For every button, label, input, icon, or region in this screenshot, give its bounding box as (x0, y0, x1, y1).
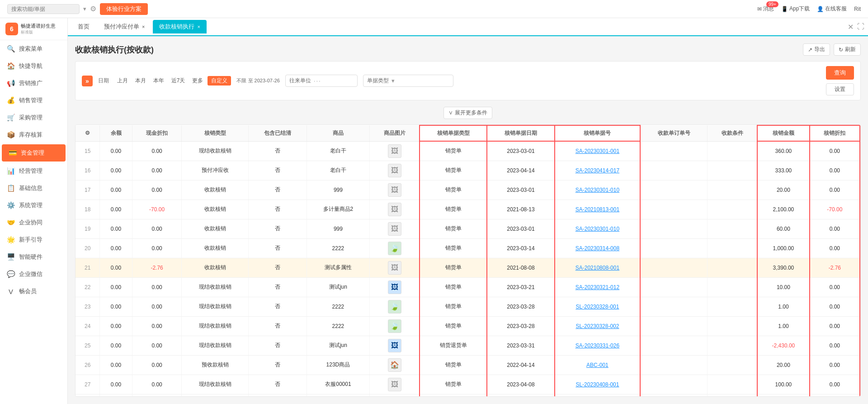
bill-link-22[interactable]: SA-20230321-012 (576, 284, 619, 290)
sidebar-item-sales[interactable]: 💰销售管理 (0, 92, 67, 109)
cell-receipt_order_no-21 (640, 258, 708, 277)
cell-balance-18: 0.00 (100, 200, 132, 219)
sidebar-item-wechat[interactable]: 💬企业微信 (0, 266, 67, 283)
tab-prepay[interactable]: 预付冲应付单× (98, 20, 151, 33)
export-button[interactable]: ↗ 导出 (803, 43, 830, 56)
cell-receipt_condition-26 (708, 355, 757, 375)
search-input[interactable] (7, 4, 80, 14)
product-image: 🖼 (388, 144, 401, 158)
cell-cash_discount-18: -70.00 (132, 200, 182, 219)
cell-verify_bill_date-20: 2023-03-14 (487, 238, 554, 258)
product-image: 🖼 (388, 203, 401, 216)
bill-link-25[interactable]: SA-20230331-026 (576, 342, 619, 349)
sidebar-item-system[interactable]: ⚙️系统管理 (0, 197, 67, 214)
filter-bar: » 日期 上月 本月 本年 近7天 更多 自定义 不限 至 2023-07-26… (75, 61, 861, 100)
user-name[interactable]: Rit (854, 6, 861, 12)
sidebar-item-operations[interactable]: 📊经营管理 (0, 162, 67, 180)
sidebar-item-guide[interactable]: 🌟新手引导 (0, 231, 67, 248)
bill-link-16[interactable]: SA-20230414-017 (576, 167, 619, 174)
cell-cash_discount-15: 0.00 (132, 141, 182, 161)
cell-receipt_order_no-19 (640, 219, 708, 238)
cell-receipt_order_no-16 (640, 161, 708, 180)
bill-link-18[interactable]: SA-20210813-001 (576, 206, 619, 213)
row-settings-icon[interactable]: 17 (85, 187, 90, 193)
cell-goods_img-20: 🍃 (370, 238, 420, 258)
cell-verify_discount-18: -70.00 (810, 200, 860, 219)
row-settings-icon[interactable]: 18 (85, 206, 90, 213)
cell-verify_type-20: 收款核销 (182, 238, 249, 258)
page-content: 收款核销执行(按收款) ↗ 导出 ↻ 刷新 » 日期 上月 (68, 36, 868, 404)
sidebar-item-basic[interactable]: 📋基础信息 (0, 180, 67, 197)
row-settings-icon[interactable]: 19 (85, 226, 90, 232)
sidebar-item-quick-nav[interactable]: 🏠快捷导航 (0, 57, 67, 75)
row-settings-icon[interactable]: 21 (85, 265, 90, 271)
sidebar-item-purchase[interactable]: 🛒采购管理 (0, 109, 67, 126)
cell-verify_bill_type-19: 销货单 (420, 219, 487, 238)
row-settings-icon[interactable]: 23 (85, 304, 90, 310)
cell-verify_discount-15: 0.00 (810, 141, 860, 161)
maximize-button[interactable]: ⛶ (857, 23, 864, 31)
close-window-button[interactable]: ✕ (848, 23, 854, 31)
row-settings-icon[interactable]: 22 (85, 284, 90, 290)
bill-link-20[interactable]: SA-20230314-008 (576, 245, 619, 252)
bill-link-17[interactable]: SA-20230301-010 (576, 187, 619, 193)
bill-link-21[interactable]: SA-20210808-001 (576, 265, 619, 271)
tab-collection[interactable]: 收款核销执行× (153, 20, 206, 33)
row-settings-icon[interactable]: 20 (85, 245, 90, 252)
cell-goods_img-18: 🖼 (370, 200, 420, 219)
last-7days-btn[interactable]: 近7天 (169, 76, 188, 86)
industry-solution-button[interactable]: 体验行业方案 (100, 3, 148, 15)
table-row: 190.000.00收款核销否999🖼销货单2023-03-01SA-20230… (75, 219, 860, 238)
this-month-btn[interactable]: 本月 (132, 76, 149, 86)
bill-type-filter[interactable]: 单据类型 ▾ (363, 75, 453, 87)
guide-icon: 🌟 (6, 236, 15, 244)
cell-verify_bill_date-27: 2023-04-08 (487, 375, 554, 394)
expand-more-button[interactable]: ∨ 展开更多条件 (443, 107, 492, 119)
notification-link[interactable]: ✉ 消息 99+ (757, 5, 774, 13)
online-service-link[interactable]: 👤 在线客服 (817, 5, 847, 13)
gear-icon[interactable]: ⚙ (90, 5, 96, 13)
tab-home[interactable]: 首页 (71, 20, 96, 33)
row-settings-icon[interactable]: 25 (85, 342, 90, 349)
app-download-link[interactable]: 📱 App下载 (781, 5, 810, 13)
bill-link-27[interactable]: SL-20230408-001 (576, 381, 619, 388)
cell-settings-26: 26 (75, 355, 100, 375)
row-settings-icon[interactable]: 26 (85, 362, 90, 368)
custom-date-btn[interactable]: 自定义 (208, 76, 231, 86)
bill-link-26[interactable]: ABC-001 (586, 362, 609, 368)
product-image: 🖼 (388, 378, 401, 391)
settings-button[interactable]: 设置 (826, 83, 854, 95)
sidebar-item-finance[interactable]: 💳资金管理 (2, 144, 66, 162)
bill-link-24[interactable]: SL-20230328-002 (576, 323, 619, 329)
tab-close-collection[interactable]: × (197, 24, 200, 29)
bill-link-23[interactable]: SL-20230328-001 (576, 304, 619, 310)
last-month-btn[interactable]: 上月 (114, 76, 131, 86)
bill-link-19[interactable]: SA-20230301-010 (576, 226, 619, 232)
table-row: 210.00-2.76收款核销否测试多属性🖼销货单2021-08-08SA-20… (75, 258, 860, 277)
sidebar-item-search[interactable]: 🔍搜索菜单 (0, 40, 67, 57)
this-year-btn[interactable]: 本年 (151, 76, 167, 86)
bill-link-15[interactable]: SA-20230301-001 (576, 148, 619, 154)
cell-goods-24: 2222 (307, 316, 369, 336)
from-unit-filter[interactable]: 往来单位 ··· (285, 75, 358, 87)
sidebar-item-member[interactable]: V畅会员 (0, 283, 67, 300)
more-date-btn[interactable]: 更多 (189, 76, 206, 86)
sidebar-item-inventory[interactable]: 📦库存核算 (0, 126, 67, 143)
sidebar-item-marketing[interactable]: 📢营销推广 (0, 75, 67, 92)
cell-verify_type-26: 预收款核销 (182, 355, 249, 375)
row-settings-icon[interactable]: 15 (85, 148, 90, 154)
filter-expand-button[interactable]: » (82, 76, 93, 86)
query-button[interactable]: 查询 (826, 66, 854, 80)
cell-verify_bill_no-17: SA-20230301-010 (555, 180, 641, 200)
cell-verify_bill_date-19: 2023-03-01 (487, 219, 554, 238)
cell-goods-25: 测试jun (307, 336, 369, 355)
row-settings-icon[interactable]: 24 (85, 323, 90, 329)
row-settings-icon[interactable]: 27 (85, 381, 90, 388)
sidebar-item-hardware[interactable]: 🖥️智能硬件 (0, 248, 67, 266)
cell-receipt_condition-16 (708, 161, 757, 180)
row-settings-icon[interactable]: 16 (85, 167, 90, 174)
sidebar-item-enterprise[interactable]: 🤝企业协同 (0, 214, 67, 231)
refresh-button[interactable]: ↻ 刷新 (834, 43, 861, 56)
tab-close-prepay[interactable]: × (142, 24, 145, 29)
purchase-icon: 🛒 (6, 114, 15, 122)
